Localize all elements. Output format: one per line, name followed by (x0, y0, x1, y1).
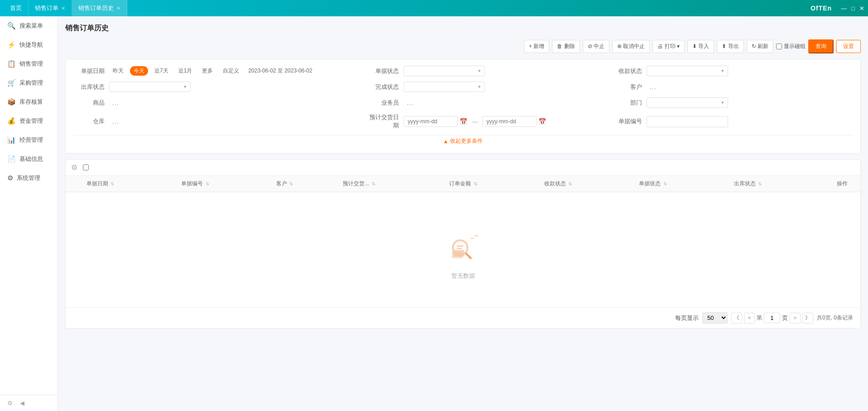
show-columns-checkbox[interactable] (776, 44, 782, 49)
delivery-status-select[interactable]: ▾ (109, 82, 191, 92)
date-btn-custom[interactable]: 自定义 (219, 66, 243, 76)
print-button[interactable]: 🖨 打印 ▾ (652, 40, 685, 53)
date-btn-more[interactable]: 更多 (198, 66, 216, 76)
tab-sales-order-history-close[interactable]: ✕ (116, 5, 120, 11)
th-delivery-date[interactable]: 预计交货... ⇅ (338, 176, 445, 192)
bill-number-label: 单据编号 (610, 117, 647, 126)
refresh-button[interactable]: ↻ 刷新 (747, 40, 773, 53)
prev-page-btn[interactable]: ＜ (744, 313, 755, 324)
top-bar: 首页 销售订单 ✕ 销售订单历史 ✕ OfTEn — □ ✕ (0, 0, 868, 16)
page-size-select[interactable]: 50 10 20 100 (702, 312, 728, 324)
warehouse-dots[interactable]: … (112, 117, 119, 126)
filter-row-goods: 商品 … 业务员 … 部门 ▾ (73, 97, 853, 108)
goods-dots[interactable]: … (112, 99, 119, 107)
next-page-btn[interactable]: ＞ (790, 313, 801, 324)
complete-status-select[interactable]: ▾ (403, 82, 485, 92)
tab-sales-order[interactable]: 销售订单 ✕ (29, 0, 72, 16)
bill-status-value: ▾ (403, 66, 610, 76)
export-button[interactable]: ⬆ 导出 (717, 40, 743, 53)
empty-state-cell: 暂无数据 (66, 192, 860, 308)
basic-info-icon: 📄 (7, 155, 16, 163)
window-minimize[interactable]: — (841, 5, 847, 12)
data-table: 单据日期 ⇅ 单据编号 ⇅ 客户 ⇅ 预计交货... ⇅ (66, 176, 860, 307)
show-columns-label[interactable]: 显示碰组 (776, 43, 806, 50)
complete-status-value: ▾ (403, 82, 610, 92)
th-bill-date[interactable]: 单据日期 ⇅ (82, 176, 177, 192)
toolbar: + 新增 🗑 删除 ⊘ 中止 ⊗ 取消中止 🖨 打印 ▾ ⬇ 导入 ⬆ 导出 ↻… (65, 39, 861, 53)
query-button[interactable]: 查询 (808, 39, 834, 53)
system-mgmt-icon: ⚙ (7, 174, 13, 182)
date-btn-last1m[interactable]: 近1月 (175, 66, 196, 76)
sidebar-bottom: ⚙ ◀ (0, 395, 58, 411)
sidebar-item-quick-nav[interactable]: ⚡ 快捷导航 (0, 35, 58, 54)
window-restore[interactable]: □ (851, 5, 855, 12)
table-section: ⚙ 单据日期 ⇅ 单据编号 ⇅ 客户 ⇅ (65, 159, 861, 329)
sidebar-item-basic-info-label: 基础信息 (19, 155, 43, 163)
date-btn-yesterday[interactable]: 昨天 (109, 66, 127, 76)
complete-status-arrow: ▾ (478, 84, 481, 90)
calendar-end-icon: 📅 (538, 118, 546, 125)
salesperson-label: 业务员 (367, 99, 403, 107)
th-order-amount[interactable]: 订单金额 ⇅ (445, 176, 539, 192)
tab-home[interactable]: 首页 (4, 0, 29, 16)
stop-button-label: ⊘ 中止 (588, 43, 604, 50)
sidebar-item-inventory[interactable]: 📦 库存核算 (0, 92, 58, 111)
sort-delivery-date: ⇅ (372, 181, 375, 186)
operations-icon: 📊 (7, 136, 16, 144)
sidebar-item-sales-mgmt[interactable]: 📋 销售管理 (0, 54, 58, 73)
page-number-input[interactable] (764, 313, 780, 323)
empty-state-illustration (441, 228, 486, 265)
stop-button[interactable]: ⊘ 中止 (583, 40, 609, 53)
bill-status-select[interactable]: ▾ (403, 66, 485, 76)
window-close[interactable]: ✕ (859, 5, 864, 12)
table-settings-icon[interactable]: ⚙ (71, 163, 77, 172)
sidebar-collapse-icon[interactable]: ◀ (20, 400, 24, 406)
collapse-btn[interactable]: ▲ 收起更多条件 (73, 135, 853, 147)
import-button[interactable]: ⬇ 导入 (687, 40, 714, 53)
customer-value: … (647, 83, 853, 91)
sidebar-item-system-mgmt[interactable]: ⚙ 系统管理 (0, 169, 58, 188)
tab-sales-order-history[interactable]: 销售订单历史 ✕ (72, 0, 127, 16)
date-btn-last7[interactable]: 近7天 (151, 66, 172, 76)
sidebar-item-basic-info[interactable]: 📄 基础信息 (0, 150, 58, 169)
receipt-status-select[interactable]: ▾ (647, 66, 728, 76)
bill-status-arrow: ▾ (478, 68, 481, 74)
delivery-status-arrow: ▾ (184, 84, 187, 90)
delivery-date-start-input[interactable] (403, 116, 458, 127)
th-receipt-status[interactable]: 收款状态 ⇅ (540, 176, 634, 192)
th-customer[interactable]: 客户 ⇅ (272, 176, 339, 192)
customer-dots[interactable]: … (649, 83, 657, 91)
settings-button[interactable]: 设置 (836, 40, 861, 53)
collapse-label: 收起更多条件 (450, 137, 483, 145)
page-size-label: 每页显示 (675, 314, 699, 322)
tab-sales-order-close[interactable]: ✕ (61, 5, 65, 11)
bill-number-input[interactable] (647, 116, 728, 127)
refresh-button-label: ↻ 刷新 (752, 43, 768, 50)
sidebar-item-finance[interactable]: 💰 资金管理 (0, 111, 58, 131)
select-all-checkbox[interactable] (83, 164, 89, 170)
salesperson-dots[interactable]: … (406, 99, 413, 107)
sidebar-item-purchase-mgmt-label: 采购管理 (19, 79, 43, 87)
first-page-btn[interactable]: 《 (731, 313, 742, 324)
sidebar-item-inventory-label: 库存核算 (19, 98, 43, 106)
sidebar-item-sales-mgmt-label: 销售管理 (19, 60, 43, 68)
th-bill-number[interactable]: 单据编号 ⇅ (177, 176, 271, 192)
delete-button[interactable]: 🗑 删除 (552, 40, 580, 53)
add-button[interactable]: + 新增 (524, 40, 549, 53)
tab-sales-order-history-label: 销售订单历史 (78, 4, 114, 12)
brand-text: OfTEn (810, 5, 832, 12)
sidebar-settings-icon[interactable]: ⚙ (7, 400, 13, 406)
sidebar-item-search-menu[interactable]: 🔍 搜索菜单 (0, 16, 58, 35)
sidebar-item-purchase-mgmt[interactable]: 🛒 采购管理 (0, 73, 58, 92)
th-delivery-status[interactable]: 出库状态 ⇅ (729, 176, 824, 192)
sidebar-item-operations[interactable]: 📊 经营管理 (0, 131, 58, 150)
cancel-stop-button[interactable]: ⊗ 取消中止 (612, 40, 650, 53)
purchase-mgmt-icon: 🛒 (7, 79, 16, 87)
dept-arrow: ▾ (721, 100, 724, 106)
sort-customer: ⇅ (289, 181, 293, 186)
th-bill-status[interactable]: 单据状态 ⇅ (634, 176, 729, 192)
last-page-btn[interactable]: 》 (802, 313, 813, 324)
date-btn-today[interactable]: 今天 (130, 66, 148, 76)
delivery-date-end-input[interactable] (482, 116, 537, 127)
dept-select[interactable]: ▾ (647, 97, 728, 108)
